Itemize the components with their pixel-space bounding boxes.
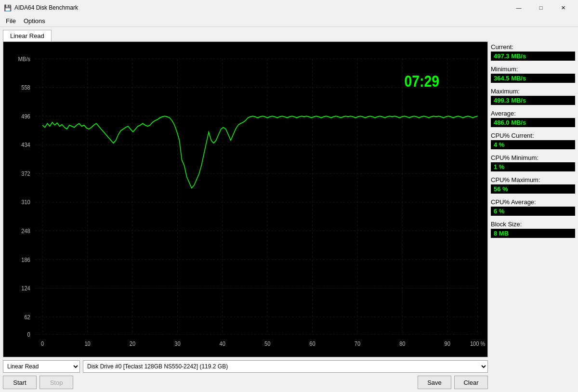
maximum-label: Maximum: [491,88,575,95]
app-icon: 💾 [4,4,12,12]
menu-file[interactable]: File [2,16,20,26]
stat-current: Current: 497.3 MB/s [491,43,575,63]
start-button[interactable]: Start [3,376,37,389]
tab-bar: Linear Read [3,30,488,41]
app-title: AIDA64 Disk Benchmark [14,4,508,11]
svg-text:80: 80 [399,340,406,347]
menu-options[interactable]: Options [20,16,49,26]
svg-text:186: 186 [21,256,30,263]
window-controls: — □ ✕ [508,0,574,15]
cpu-average-label: CPU% Average: [491,198,575,206]
average-value: 486.0 MB/s [491,118,575,127]
cpu-current-value: 4 % [491,140,575,149]
stop-button[interactable]: Stop [39,376,73,389]
average-label: Average: [491,110,575,117]
stat-minimum: Minimum: 364.5 MB/s [491,65,575,85]
disk-select[interactable]: Disk Drive #0 [Teclast 128GB NS550-2242]… [83,360,488,373]
svg-text:60: 60 [309,340,315,347]
svg-text:07:29: 07:29 [404,73,439,90]
svg-text:496: 496 [21,113,30,120]
svg-text:30: 30 [174,340,181,347]
title-bar: 💾 AIDA64 Disk Benchmark — □ ✕ [0,0,578,15]
block-size-value: 8 MB [491,229,575,238]
svg-text:10: 10 [84,340,91,347]
chart-container: MB/s 558 496 434 372 310 248 186 124 62 … [3,41,488,357]
svg-text:62: 62 [24,314,30,321]
tab-linear-read[interactable]: Linear Read [3,30,52,41]
current-label: Current: [491,43,575,51]
close-button[interactable]: ✕ [552,0,574,15]
svg-text:372: 372 [21,170,30,177]
minimize-button[interactable]: — [508,0,530,15]
right-panel: Current: 497.3 MB/s Minimum: 364.5 MB/s … [491,30,575,389]
stat-maximum: Maximum: 499.3 MB/s [491,88,575,107]
stat-cpu-minimum: CPU% Minimum: 1 % [491,154,575,173]
cpu-current-label: CPU% Current: [491,132,575,139]
svg-text:MB/s: MB/s [18,55,30,63]
controls-row2: Start Stop Save Clear [3,376,488,389]
cpu-minimum-label: CPU% Minimum: [491,154,575,161]
stat-cpu-current: CPU% Current: 4 % [491,132,575,151]
stat-cpu-average: CPU% Average: 6 % [491,198,575,218]
svg-text:70: 70 [355,340,361,347]
stat-cpu-maximum: CPU% Maximum: 56 % [491,176,575,196]
maximize-button[interactable]: □ [530,0,552,15]
svg-text:0: 0 [41,340,44,347]
svg-text:310: 310 [21,199,30,206]
block-size-label: Block Size: [491,221,575,228]
svg-text:20: 20 [130,340,136,347]
svg-text:0: 0 [27,331,30,338]
svg-text:558: 558 [21,84,30,91]
stat-average: Average: 486.0 MB/s [491,110,575,129]
svg-text:40: 40 [220,340,226,347]
maximum-value: 499.3 MB/s [491,96,575,105]
minimum-label: Minimum: [491,65,575,73]
svg-text:434: 434 [21,142,30,149]
save-button[interactable]: Save [418,376,451,389]
cpu-average-value: 6 % [491,207,575,216]
svg-text:100 %: 100 % [470,340,486,347]
controls-row1: Linear Read Random Read Linear Write Ran… [3,360,488,373]
svg-text:248: 248 [21,227,30,235]
menu-bar: File Options [0,15,578,27]
stat-block-size: Block Size: 8 MB [491,221,575,240]
cpu-maximum-label: CPU% Maximum: [491,176,575,183]
current-value: 497.3 MB/s [491,52,575,61]
left-panel: Linear Read [3,30,488,389]
cpu-minimum-value: 1 % [491,162,575,171]
svg-text:124: 124 [21,285,30,292]
bottom-controls: Linear Read Random Read Linear Write Ran… [3,360,488,389]
cpu-maximum-value: 56 % [491,184,575,194]
main-container: Linear Read [0,27,578,392]
svg-text:50: 50 [264,340,271,347]
minimum-value: 364.5 MB/s [491,74,575,83]
test-type-select[interactable]: Linear Read Random Read Linear Write Ran… [3,360,80,373]
svg-text:90: 90 [445,340,451,347]
clear-button[interactable]: Clear [454,376,488,389]
chart-svg: MB/s 558 496 434 372 310 248 186 124 62 … [3,42,487,357]
